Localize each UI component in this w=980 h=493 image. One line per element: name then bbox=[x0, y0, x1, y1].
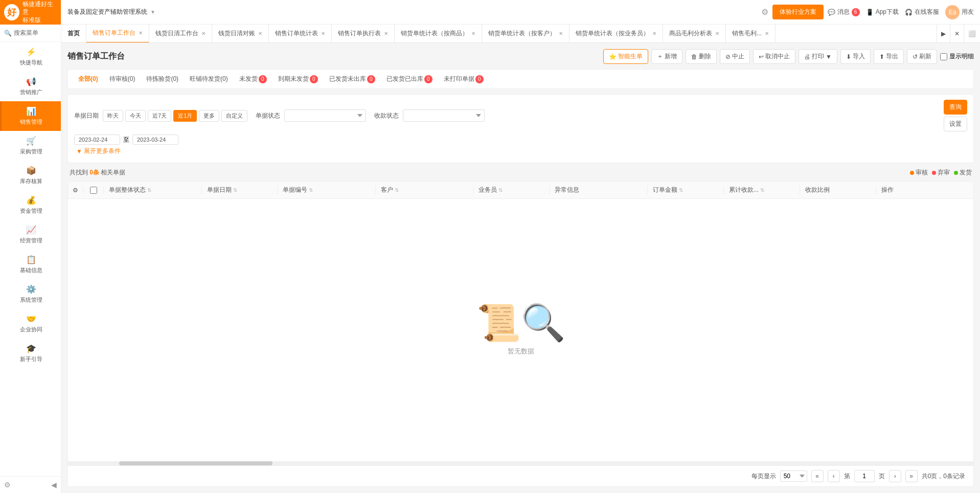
tab-close-icon[interactable]: ✕ bbox=[258, 31, 262, 36]
th-staff[interactable]: 业务员 ⇅ bbox=[473, 186, 550, 194]
tab-home[interactable]: 首页 bbox=[61, 25, 86, 43]
tab-close-icon[interactable]: ✕ bbox=[471, 31, 475, 36]
tab-sales-more[interactable]: 销售毛利... ✕ bbox=[726, 25, 776, 43]
first-page-btn[interactable]: « bbox=[811, 470, 824, 482]
tab-sales-summary-customer[interactable]: 销货单统计表（按客户） ✕ bbox=[482, 25, 569, 43]
deliver-action-btn[interactable]: 发货 bbox=[954, 168, 972, 177]
tab-close-icon[interactable]: ✕ bbox=[652, 31, 656, 36]
sidebar-item-purchase[interactable]: 🛒 采购管理 bbox=[0, 131, 61, 161]
message-btn[interactable]: 💬 消息 6 bbox=[828, 8, 860, 16]
unreviewed-action-btn[interactable]: 弃审 bbox=[932, 168, 950, 177]
unpause-btn[interactable]: ↩ 取消中止 bbox=[753, 49, 795, 64]
show-detail-label[interactable]: 显示明细 bbox=[940, 52, 974, 61]
tab-sales-summary-product[interactable]: 销货单统计表（按商品） ✕ bbox=[395, 25, 482, 43]
sidebar-item-operations[interactable]: 📈 经营管理 bbox=[0, 220, 61, 250]
sidebar-collapse-btn[interactable]: ◀ bbox=[51, 481, 57, 489]
query-btn[interactable]: 查询 bbox=[944, 100, 967, 115]
tab-close-icon[interactable]: ✕ bbox=[559, 31, 563, 36]
smart-gen-btn[interactable]: ⭐ 智能生单 bbox=[603, 49, 648, 64]
date-yesterday-btn[interactable]: 昨天 bbox=[103, 110, 123, 122]
import-btn[interactable]: ⬇ 导入 bbox=[840, 49, 871, 64]
tab-close-icon[interactable]: ✕ bbox=[765, 31, 769, 36]
filter-tab-wangpu-deliver[interactable]: 旺铺待发货(0) bbox=[185, 73, 233, 85]
status-select[interactable] bbox=[284, 109, 366, 122]
tab-sales-workbench[interactable]: 销售订单工作台 ✕ bbox=[86, 25, 149, 43]
filter-tab-all[interactable]: 全部(0) bbox=[73, 73, 103, 85]
sidebar-item-inventory[interactable]: 📦 库存核算 bbox=[0, 161, 61, 190]
sidebar-item-marketing[interactable]: 📢 营销推广 bbox=[0, 72, 61, 101]
print-btn[interactable]: 🖨 打印 ▼ bbox=[799, 49, 837, 64]
pause-btn[interactable]: ⊘ 中止 bbox=[720, 49, 750, 64]
settings-btn[interactable]: 设置 bbox=[944, 117, 967, 131]
sidebar-item-enterprise[interactable]: 🤝 企业协同 bbox=[0, 309, 61, 339]
th-amount[interactable]: 订单金额 ⇅ bbox=[648, 186, 724, 194]
tab-close-all-btn[interactable]: ✕ bbox=[950, 25, 964, 43]
tab-sales-stat[interactable]: 销售订单统计表 ✕ bbox=[269, 25, 332, 43]
prev-page-btn[interactable]: ‹ bbox=[828, 470, 840, 482]
tab-maximize-btn[interactable]: ⬜ bbox=[964, 25, 980, 43]
last-page-btn[interactable]: » bbox=[905, 470, 918, 482]
sidebar-search[interactable]: 🔍 搜索菜单 bbox=[0, 25, 61, 42]
sidebar-settings-btn[interactable]: ⚙ bbox=[4, 481, 11, 489]
tab-product-margin[interactable]: 商品毛利分析表 ✕ bbox=[663, 25, 726, 43]
gear-icon[interactable]: ⚙ bbox=[761, 7, 768, 17]
date-1month-btn[interactable]: 近1月 bbox=[173, 110, 197, 122]
payment-select[interactable] bbox=[403, 109, 485, 122]
scrollbar-thumb[interactable] bbox=[119, 461, 272, 465]
sidebar-item-sales[interactable]: 📊 销售管理 bbox=[0, 101, 61, 131]
tab-sales-exec[interactable]: 销售订单执行表 ✕ bbox=[332, 25, 395, 43]
th-customer[interactable]: 客户 ⇅ bbox=[376, 186, 474, 194]
filter-tab-not-printed[interactable]: 未打印单据0 bbox=[439, 73, 489, 85]
expand-conditions-btn[interactable]: ▼ 展开更多条件 bbox=[74, 145, 967, 158]
tab-close-icon[interactable]: ✕ bbox=[201, 31, 206, 36]
filter-tab-not-delivered[interactable]: 未发货0 bbox=[234, 73, 272, 85]
sidebar-item-system[interactable]: ⚙️ 系统管理 bbox=[0, 279, 61, 309]
date-today-btn[interactable]: 今天 bbox=[125, 110, 146, 122]
tab-close-icon[interactable]: ✕ bbox=[321, 31, 325, 36]
sidebar-item-basic-info[interactable]: 📋 基础信息 bbox=[0, 250, 61, 279]
sidebar-item-guide[interactable]: 🎓 新手引导 bbox=[0, 339, 61, 368]
date-more-btn[interactable]: 更多 bbox=[199, 110, 219, 122]
filter-tab-delivered-not-out[interactable]: 已发货未出库0 bbox=[324, 73, 380, 85]
th-checkbox[interactable] bbox=[83, 187, 104, 194]
date-7days-btn[interactable]: 近7天 bbox=[148, 110, 171, 122]
filter-tab-pending-review[interactable]: 待审核(0) bbox=[104, 73, 141, 85]
tab-sales-summary-staff[interactable]: 销货单统计表（按业务员） ✕ bbox=[569, 25, 663, 43]
filter-tab-pending-check[interactable]: 待拣验货(0) bbox=[141, 73, 184, 85]
delete-btn[interactable]: 🗑 删除 bbox=[686, 49, 717, 64]
tab-cash-reconcile[interactable]: 钱货日清对账 ✕ bbox=[212, 25, 269, 43]
page-size-select[interactable]: 50 20 100 bbox=[780, 470, 807, 482]
date-to-input[interactable] bbox=[132, 135, 178, 145]
filter-tab-delivered-out[interactable]: 已发货已出库0 bbox=[381, 73, 438, 85]
sidebar-item-finance[interactable]: 💰 资金管理 bbox=[0, 190, 61, 220]
refresh-btn[interactable]: ↺ 刷新 bbox=[907, 49, 937, 64]
filter-tab-overdue-deliver[interactable]: 到期未发货0 bbox=[273, 73, 323, 85]
date-custom-btn[interactable]: 自定义 bbox=[221, 110, 247, 122]
tab-close-icon[interactable]: ✕ bbox=[139, 30, 143, 36]
show-detail-checkbox[interactable] bbox=[940, 53, 947, 60]
date-from-input[interactable] bbox=[74, 135, 120, 145]
th-date[interactable]: 单据日期 ⇅ bbox=[202, 186, 278, 194]
next-page-btn[interactable]: › bbox=[889, 470, 901, 482]
tab-cash-daily[interactable]: 钱货日清工作台 ✕ bbox=[149, 25, 212, 43]
export-btn[interactable]: ⬆ 导出 bbox=[874, 49, 904, 64]
sidebar-item-quick-nav[interactable]: ⚡ 快捷导航 bbox=[0, 42, 61, 72]
print-dropdown-icon[interactable]: ▼ bbox=[826, 53, 832, 60]
tab-scroll-right-btn[interactable]: ▶ bbox=[937, 25, 950, 43]
online-service-btn[interactable]: 🎧 在线客服 bbox=[905, 8, 939, 16]
system-dropdown-icon[interactable]: ▼ bbox=[150, 9, 155, 15]
horizontal-scrollbar[interactable] bbox=[68, 461, 973, 465]
app-download-btn[interactable]: 📱 App下载 bbox=[866, 8, 899, 16]
user-menu[interactable]: Ea 用友 bbox=[945, 5, 974, 19]
review-action-btn[interactable]: 审核 bbox=[910, 168, 928, 177]
tab-close-icon[interactable]: ✕ bbox=[384, 31, 388, 36]
page-number-input[interactable] bbox=[854, 470, 875, 482]
select-all-checkbox[interactable] bbox=[90, 187, 97, 194]
tab-close-icon[interactable]: ✕ bbox=[715, 31, 719, 36]
th-status[interactable]: 单据整体状态 ⇅ bbox=[104, 186, 202, 194]
add-btn[interactable]: ＋ 新增 bbox=[651, 49, 682, 64]
th-settings[interactable]: ⚙ bbox=[68, 187, 83, 194]
th-collected[interactable]: 累计收款... ⇅ bbox=[724, 186, 800, 194]
trial-btn[interactable]: 体验行业方案 bbox=[772, 5, 824, 19]
th-code[interactable]: 单据编号 ⇅ bbox=[278, 186, 376, 194]
